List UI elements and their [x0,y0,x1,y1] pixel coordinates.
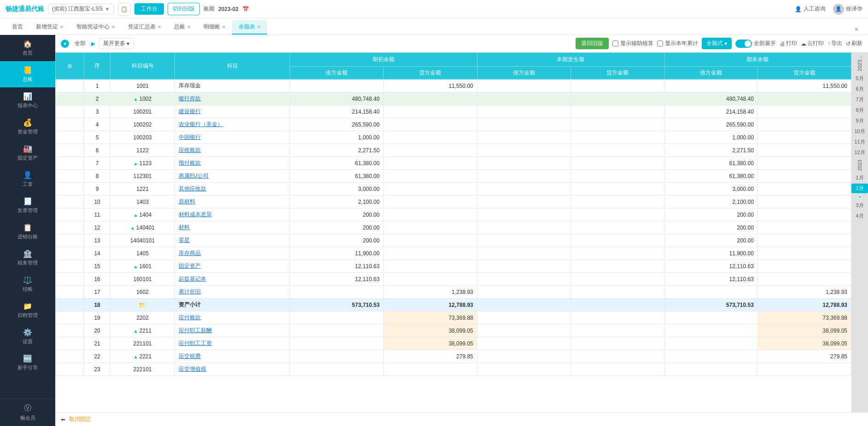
sidebar-item-sales[interactable]: 📋 进销台账 [0,219,55,245]
tab-voucher-summary[interactable]: 凭证汇总表 ✕ [122,20,168,35]
print-button[interactable]: 🖨 打印 [780,40,797,47]
year-2023-bottom-label[interactable]: 2023 [856,158,863,172]
month-4[interactable]: 4月 [851,211,868,221]
tab-close-detail-ledger[interactable]: ✕ [222,24,226,29]
row-name[interactable]: 中国银行 [175,131,290,144]
account-name-link[interactable]: 应交税费 [179,353,201,359]
month-6[interactable]: 6月 [851,84,868,94]
account-name-link[interactable]: 应付职工薪酬 [179,327,212,334]
month-2[interactable]: 2月 [851,184,868,193]
row-name[interactable]: 累计折旧 [175,286,290,299]
tab-home[interactable]: 首页 [6,20,29,35]
row-name[interactable]: 银行存款 [175,92,290,105]
show-ytd-checkbox-group[interactable]: 显示本年累计 [657,40,698,47]
row-name[interactable]: 建设银行 [175,105,290,118]
account-name-link[interactable]: 预付账款 [179,160,201,166]
show-ytd-checkbox[interactable] [657,40,663,46]
tab-close-balance-sheet[interactable]: ✕ [257,24,261,29]
row-name[interactable]: 应交增值税 [175,363,290,376]
account-name-link[interactable]: 其他应收款 [179,185,206,192]
row-name[interactable]: 应付职工工资 [175,337,290,350]
cancel-fixed-button[interactable]: 取消固定 [69,415,91,423]
row-name[interactable]: 应交税费 [175,350,290,363]
export-button[interactable]: ↑ 导出 [827,40,842,47]
month-10[interactable]: 10月 [851,127,868,136]
expand-more-button[interactable]: 展开更多 ▾ [99,38,134,49]
sidebar-item-settings[interactable]: ⚙️ 设置 [0,323,55,350]
month-7[interactable]: 7月 [851,95,868,104]
sidebar-item-home[interactable]: 🏠 首页 [0,35,55,61]
tab-smart-voucher[interactable]: 智能凭证中心 ✕ [70,20,122,35]
row-name[interactable]: 起提基记本 [175,273,290,286]
month-1[interactable]: 1月 [851,173,868,183]
month-3[interactable]: 3月 [851,201,868,210]
ai-consult[interactable]: 👤 人工咨询 [795,5,826,13]
tab-add-voucher[interactable]: 新增凭证 ✕ [29,20,70,35]
sidebar-item-report[interactable]: 📊 报表中心 [0,87,55,114]
expand-icon[interactable]: ▲ [134,161,140,166]
account-name-link[interactable]: 应付账款 [179,314,201,321]
sidebar-item-fixed-assets[interactable]: 🏭 固定资产 [0,140,55,166]
switch-version-button[interactable]: 切到旧版 [168,3,200,15]
row-name[interactable]: 原材料 [175,196,290,208]
tab-detail-ledger[interactable]: 明细账 ✕ [197,20,232,35]
return-old-btn[interactable]: 退回旧版 [576,38,609,49]
sidebar-item-archive[interactable]: 📁 归档管理 [0,297,55,323]
sidebar-item-member[interactable]: Ⓥ 畅会员 [0,399,55,426]
company-selector[interactable]: (劣前) 江西股宝-LSS ▼ [48,4,114,14]
refresh-button[interactable]: ↺ 刷新 [846,40,862,47]
expand-icon[interactable]: ▲ [134,328,140,334]
row-name[interactable]: 材料 [175,221,290,234]
sidebar-item-ledger[interactable]: 📒 总账 [0,61,55,87]
account-name-link[interactable]: 应交增值税 [179,366,206,372]
row-name[interactable]: 应付账款 [175,311,290,324]
row-name[interactable]: 固定资产 [175,260,290,273]
row-name[interactable]: 预付账款 [175,157,290,170]
expand-all-toggle[interactable] [735,40,752,48]
tab-ledger[interactable]: 总账 ✕ [168,20,197,35]
format-button[interactable]: 全额式 ▾ [702,38,732,49]
account-name-link[interactable]: 累计折旧 [179,288,201,295]
tab-close-add-voucher[interactable]: ✕ [60,24,64,29]
account-name-link[interactable]: 材料成本差异 [179,211,212,218]
sidebar-item-guide[interactable]: 🆕 新手引导 [0,350,55,376]
month-5[interactable]: 5月 [851,74,868,83]
workbench-button[interactable]: 工作台 [134,3,164,15]
account-name-link[interactable]: 农业银行（美金） [179,121,223,127]
calendar-icon[interactable]: 📅 [242,6,249,12]
sidebar-item-settlement[interactable]: ⚖️ 结账 [0,271,55,297]
row-name[interactable]: 惠属EU公司 [175,170,290,183]
expand-icon[interactable]: ▲ [134,213,140,218]
row-name[interactable]: 农业银行（美金） [175,118,290,131]
expand-icon[interactable]: ▲ [134,264,140,269]
account-name-link[interactable]: 中国银行 [179,134,201,140]
copy-icon-btn[interactable]: 📋 [118,3,131,16]
row-name[interactable]: 其他应收款 [175,183,290,196]
month-11[interactable]: 11月 [851,137,868,147]
tab-close-voucher-summary[interactable]: ✕ [157,24,161,29]
account-name-link[interactable]: 零星 [179,237,190,243]
expand-icon[interactable]: ▲ [134,354,140,359]
show-assist-checkbox[interactable] [612,40,618,46]
year-2023-top-label[interactable]: 2023... [856,54,863,73]
account-name-link[interactable]: 应付职工工资 [179,340,212,346]
show-assist-checkbox-group[interactable]: 显示辅助核算 [612,40,653,47]
sidebar-item-tax[interactable]: 🏦 税务管理 [0,245,55,271]
month-12[interactable]: 12月 [851,148,868,157]
tab-close-ledger[interactable]: ✕ [187,24,191,29]
month-8[interactable]: 8月 [851,105,868,115]
tab-balance-sheet[interactable]: 余额表 ✕ [232,20,267,35]
account-name-link[interactable]: 应收账款 [179,147,201,153]
expand-all-toggle-group[interactable]: 全部展开 [735,40,776,48]
sidebar-item-invoice[interactable]: 🧾 发票管理 [0,192,55,219]
account-name-link[interactable]: 原材料 [179,198,195,205]
account-name-link[interactable]: 建设银行 [179,108,201,115]
account-name-link[interactable]: 材料 [179,224,190,230]
close-window-icon[interactable]: ✕ [851,24,862,35]
account-name-link[interactable]: 起提基记本 [179,276,206,282]
sidebar-item-capital[interactable]: 💰 资金管理 [0,114,55,140]
account-name-link[interactable]: 银行存款 [179,95,201,102]
account-name-link[interactable]: 惠属EU公司 [179,173,209,179]
row-name[interactable]: 应收账款 [175,144,290,157]
row-name[interactable]: 库存商品 [175,247,290,260]
